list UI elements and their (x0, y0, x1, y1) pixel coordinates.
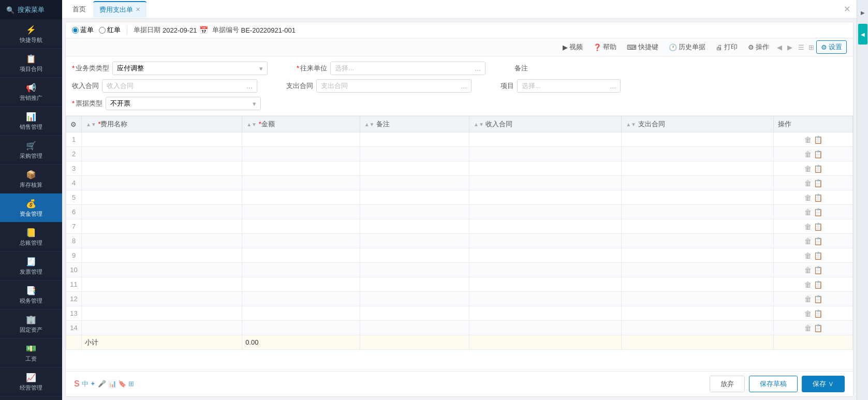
save-button[interactable]: 保存 ∨ (802, 376, 845, 392)
remark-cell[interactable] (360, 263, 469, 277)
sidebar-item-invoice-mgmt[interactable]: 🧾 发票管理 (0, 251, 62, 280)
expense-contract-cell[interactable] (622, 248, 774, 263)
delete-icon[interactable]: 🗑 (804, 223, 812, 231)
expense-name-cell[interactable] (82, 234, 242, 248)
expense-contract-cell[interactable] (622, 321, 774, 335)
amount-cell[interactable] (242, 277, 360, 292)
income-contract-cell[interactable] (469, 263, 622, 277)
income-contract-cell[interactable] (469, 277, 622, 292)
amount-cell[interactable] (242, 292, 360, 306)
remark-cell[interactable] (360, 292, 469, 306)
income-contract-cell[interactable] (469, 248, 622, 263)
remark-cell[interactable] (360, 234, 469, 248)
copy-icon[interactable]: 📋 (814, 165, 822, 173)
sort-up-icon2[interactable]: ▲▼ (246, 122, 257, 127)
sidebar-item-tax-mgmt[interactable]: 📑 税务管理 (0, 280, 62, 309)
expense-name-cell[interactable] (82, 248, 242, 263)
next-arrow[interactable]: ▶ (786, 42, 794, 53)
copy-icon[interactable]: 📋 (814, 280, 822, 289)
invoice-type-select[interactable]: 不开票 ▾ (106, 97, 261, 110)
counterpart-select[interactable]: 选择... ... (330, 62, 486, 75)
copy-icon[interactable]: 📋 (814, 295, 822, 303)
remark-cell[interactable] (360, 321, 469, 335)
delete-icon[interactable]: 🗑 (804, 208, 812, 216)
amount-cell[interactable] (242, 147, 360, 161)
expense-name-cell[interactable] (82, 176, 242, 190)
delete-icon[interactable]: 🗑 (804, 150, 812, 158)
income-contract-cell[interactable] (469, 190, 622, 205)
remark-cell[interactable] (360, 176, 469, 190)
settings-btn[interactable]: ⚙ 设置 (816, 40, 847, 54)
income-contract-cell[interactable] (469, 161, 622, 176)
right-panel-btn-2[interactable]: ◀ (858, 24, 867, 45)
income-contract-cell[interactable] (469, 176, 622, 190)
delete-icon[interactable]: 🗑 (804, 165, 812, 173)
expense-name-cell[interactable] (82, 292, 242, 306)
sidebar-item-project-contract[interactable]: 📋 项目合同 (0, 49, 62, 78)
amount-cell[interactable] (242, 321, 360, 335)
remark-cell[interactable] (360, 161, 469, 176)
red-single-radio[interactable]: 红单 (99, 25, 121, 35)
amount-cell[interactable] (242, 132, 360, 147)
amount-cell[interactable] (242, 234, 360, 248)
remark-cell[interactable] (360, 147, 469, 161)
delete-icon[interactable]: 🗑 (804, 295, 812, 303)
expense-name-cell[interactable] (82, 321, 242, 335)
window-close-button[interactable]: ✕ (837, 4, 857, 14)
sidebar-item-capital-mgmt[interactable]: 💰 资金管理 (0, 194, 62, 223)
remark-cell[interactable] (360, 190, 469, 205)
delete-icon[interactable]: 🗑 (804, 251, 812, 260)
amount-cell[interactable] (242, 176, 360, 190)
copy-icon[interactable]: 📋 (814, 208, 822, 216)
grid-view-icon[interactable]: ⊞ (808, 43, 814, 51)
delete-icon[interactable]: 🗑 (804, 179, 812, 187)
sidebar-item-marketing[interactable]: 📢 营销推广 (0, 78, 62, 107)
copy-icon[interactable]: 📋 (814, 223, 822, 231)
history-btn[interactable]: 🕐 历史单据 (665, 41, 710, 53)
delete-icon[interactable]: 🗑 (804, 194, 812, 202)
copy-icon[interactable]: 📋 (814, 251, 822, 260)
expense-contract-cell[interactable] (622, 263, 774, 277)
income-contract-cell[interactable] (469, 219, 622, 234)
save-draft-button[interactable]: 保存草稿 (749, 376, 798, 392)
expense-contract-cell[interactable] (622, 277, 774, 292)
income-contract-cell[interactable] (469, 132, 622, 147)
remark-cell[interactable] (360, 219, 469, 234)
expense-contract-cell[interactable] (622, 234, 774, 248)
sidebar-item-business-mgmt[interactable]: 📈 经营管理 (0, 367, 62, 396)
list-view-icon[interactable]: ☰ (798, 43, 804, 51)
expense-name-cell[interactable] (82, 161, 242, 176)
expense-name-cell[interactable] (82, 190, 242, 205)
expense-contract-cell[interactable] (622, 292, 774, 306)
amount-cell[interactable] (242, 190, 360, 205)
remark-cell[interactable] (360, 306, 469, 321)
sidebar-search[interactable]: 🔍 搜索菜单 (0, 0, 62, 20)
remark-cell[interactable] (360, 205, 469, 219)
income-contract-cell[interactable] (469, 306, 622, 321)
tab-首页[interactable]: 首页 (66, 1, 92, 18)
sidebar-item-general-ledger[interactable]: 📒 总账管理 (0, 223, 62, 251)
prev-arrow[interactable]: ◀ (775, 42, 784, 53)
delete-icon[interactable]: 🗑 (804, 266, 812, 274)
video-btn[interactable]: ▶ 视频 (558, 41, 587, 53)
expense-name-cell[interactable] (82, 147, 242, 161)
expense-contract-cell[interactable] (622, 190, 774, 205)
amount-cell[interactable] (242, 205, 360, 219)
sort-up-icon5[interactable]: ▲▼ (626, 122, 636, 127)
copy-icon[interactable]: 📋 (814, 194, 822, 202)
right-panel-btn-1[interactable]: ▶ (858, 2, 867, 23)
amount-cell[interactable] (242, 161, 360, 176)
project-select[interactable]: 选择... ... (517, 79, 621, 93)
delete-icon[interactable]: 🗑 (804, 237, 812, 245)
copy-icon[interactable]: 📋 (814, 150, 822, 158)
delete-icon[interactable]: 🗑 (804, 324, 812, 332)
expense-contract-cell[interactable] (622, 205, 774, 219)
income-contract-cell[interactable] (469, 321, 622, 335)
expense-contract-cell[interactable] (622, 219, 774, 234)
amount-cell[interactable] (242, 306, 360, 321)
expense-contract-cell[interactable] (622, 132, 774, 147)
copy-icon[interactable]: 📋 (814, 266, 822, 274)
blue-single-radio[interactable]: 蓝单 (72, 25, 94, 35)
income-contract-cell[interactable] (469, 147, 622, 161)
sort-up-icon4[interactable]: ▲▼ (474, 122, 484, 127)
